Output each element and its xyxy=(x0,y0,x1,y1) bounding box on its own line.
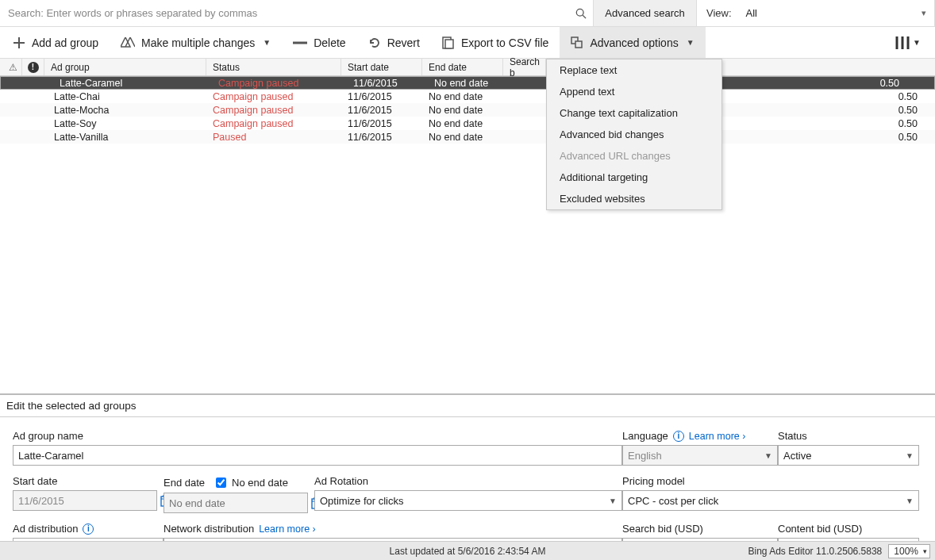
chevron-down-icon: ▼ xyxy=(687,38,695,47)
language-select: English ▼ xyxy=(622,445,778,466)
table-row[interactable]: Latte-CaramelCampaign paused11/6/2015No … xyxy=(0,76,935,90)
delete-label: Delete xyxy=(314,36,345,49)
svg-point-0 xyxy=(576,9,583,16)
warning-icon xyxy=(9,62,17,73)
cell-start-date: 11/6/2015 xyxy=(341,118,422,129)
cell-ad-group: Latte-Mocha xyxy=(44,105,206,116)
menu-change-capitalization[interactable]: Change text capitalization xyxy=(547,102,721,124)
end-date-input xyxy=(164,493,308,513)
cell-start-date: 11/6/2015 xyxy=(341,105,422,116)
start-date-label: Start date xyxy=(13,475,164,487)
info-icon[interactable]: i xyxy=(83,524,94,535)
svg-rect-6 xyxy=(445,40,453,48)
ad-rotation-select[interactable]: Optimize for clicks ▼ xyxy=(314,490,622,511)
end-date-label: End date xyxy=(164,477,205,489)
cell-status: Campaign paused xyxy=(206,91,341,102)
col-warning[interactable] xyxy=(0,59,22,75)
cell-end-date: No end date xyxy=(422,105,503,116)
search-icon[interactable] xyxy=(575,8,587,19)
table-header: ! Ad group Status Start date End date Se… xyxy=(0,59,935,76)
col-end-date[interactable]: End date xyxy=(422,59,503,75)
table-row[interactable]: Latte-VanillaPaused11/6/2015No end date0… xyxy=(0,130,935,144)
col-start-date[interactable]: Start date xyxy=(341,59,422,75)
cell-ad-group: Latte-Vanilla xyxy=(44,132,206,143)
pricing-model-select[interactable]: CPC - cost per click ▼ xyxy=(622,490,919,511)
add-ad-group-button[interactable]: Add ad group xyxy=(2,27,110,58)
svg-line-1 xyxy=(583,15,586,18)
export-csv-label: Export to CSV file xyxy=(461,36,549,49)
undo-icon xyxy=(368,36,381,49)
menu-replace-text[interactable]: Replace text xyxy=(547,59,721,81)
export-csv-button[interactable]: Export to CSV file xyxy=(431,27,560,58)
cell-start-date: 11/6/2015 xyxy=(341,132,422,143)
ad-group-name-input[interactable] xyxy=(13,445,622,466)
menu-excluded-websites[interactable]: Excluded websites xyxy=(547,188,721,209)
menu-additional-targeting[interactable]: Additional targeting xyxy=(547,167,721,188)
table-row[interactable]: Latte-ChaiCampaign paused11/6/2015No end… xyxy=(0,90,935,103)
cell-status: Campaign paused xyxy=(212,78,347,89)
ad-rotation-label: Ad Rotation xyxy=(314,475,622,487)
view-value: All xyxy=(746,7,757,19)
content-bid-label: Content bid (USD) xyxy=(778,523,919,535)
plus-icon xyxy=(13,36,25,49)
export-icon xyxy=(442,36,455,49)
col-status[interactable]: Status xyxy=(206,59,341,75)
cell-end-date: No end date xyxy=(422,91,503,102)
view-selector[interactable]: View: All ▾ xyxy=(697,0,935,26)
cell-end-date: No end date xyxy=(428,78,509,89)
make-multiple-changes-button[interactable]: Make multiple changes ▼ xyxy=(110,27,282,58)
columns-icon xyxy=(895,36,910,49)
columns-button[interactable]: ▼ xyxy=(883,27,933,58)
cell-status: Campaign paused xyxy=(206,118,341,129)
advanced-options-menu: Replace text Append text Change text cap… xyxy=(546,59,722,210)
chevron-down-icon: ▾ xyxy=(923,547,927,555)
info-icon[interactable]: i xyxy=(673,431,684,442)
ad-group-name-label: Ad group name xyxy=(13,430,622,442)
network-learn-more-link[interactable]: Learn more › xyxy=(259,524,316,535)
start-date-input xyxy=(13,490,157,511)
cell-start-date: 11/6/2015 xyxy=(347,78,428,89)
cell-status: Campaign paused xyxy=(206,105,341,116)
cell-start-date: 11/6/2015 xyxy=(341,91,422,102)
svg-rect-8 xyxy=(575,41,582,48)
advanced-options-button[interactable]: Advanced options ▼ xyxy=(560,27,705,58)
search-box[interactable] xyxy=(0,0,594,26)
language-label: Language i Learn more › xyxy=(622,430,778,442)
col-search-bid[interactable]: Search b xyxy=(503,59,546,75)
ad-distribution-label: Ad distribution i xyxy=(13,523,164,535)
status-select[interactable]: Active ▼ xyxy=(778,445,919,466)
advanced-options-label: Advanced options xyxy=(590,36,678,49)
chevron-down-icon: ▾ xyxy=(922,8,926,18)
advanced-icon xyxy=(571,36,583,49)
advanced-search-button[interactable]: Advanced search xyxy=(594,0,697,26)
revert-button[interactable]: Revert xyxy=(357,27,431,58)
cell-end-date: No end date xyxy=(422,118,503,129)
menu-append-text[interactable]: Append text xyxy=(547,81,721,102)
search-bid-label: Search bid (USD) xyxy=(622,523,778,535)
cell-ad-group: Latte-Soy xyxy=(44,118,206,129)
cell-end-date: No end date xyxy=(422,132,503,143)
search-input[interactable] xyxy=(0,0,593,26)
editor-title: Edit the selected ad groups xyxy=(0,393,935,417)
zoom-selector[interactable]: 100% ▾ xyxy=(888,544,930,558)
table-row[interactable]: Latte-SoyCampaign paused11/6/2015No end … xyxy=(0,117,935,130)
status-bar: Last updated at 5/6/2016 2:43:54 AM Bing… xyxy=(0,541,935,560)
pricing-model-label: Pricing model xyxy=(622,475,919,487)
no-end-date-label: No end date xyxy=(232,477,288,489)
cell-ad-group: Latte-Caramel xyxy=(50,78,212,89)
delete-button[interactable]: Delete xyxy=(282,27,356,58)
view-label: View: xyxy=(706,7,732,19)
language-learn-more-link[interactable]: Learn more › xyxy=(689,431,746,442)
col-ad-group[interactable]: Ad group xyxy=(44,59,206,75)
app-version-text: Bing Ads Editor 11.0.2506.5838 xyxy=(748,546,883,557)
no-end-date-checkbox[interactable] xyxy=(216,478,226,488)
chevron-down-icon: ▼ xyxy=(609,497,617,505)
error-icon: ! xyxy=(28,62,39,73)
col-error[interactable]: ! xyxy=(22,59,44,75)
advanced-search-label: Advanced search xyxy=(605,7,684,19)
table-row[interactable]: Latte-MochaCampaign paused11/6/2015No en… xyxy=(0,103,935,117)
menu-advanced-bid-changes[interactable]: Advanced bid changes xyxy=(547,124,721,145)
network-distribution-label: Network distribution Learn more › xyxy=(164,523,622,535)
status-label: Status xyxy=(778,430,919,442)
make-changes-label: Make multiple changes xyxy=(141,36,255,49)
